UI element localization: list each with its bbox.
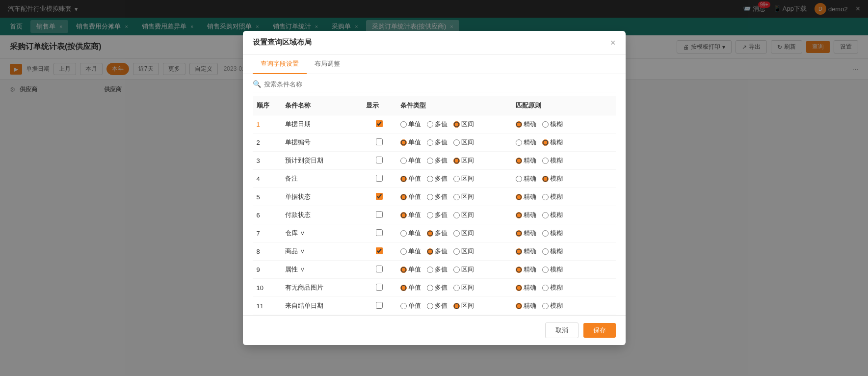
modal-tab-query[interactable]: 查询字段设置 — [253, 54, 307, 74]
modal-close-button[interactable]: × — [610, 38, 616, 47]
row-display — [362, 206, 396, 224]
type-radio-item[interactable]: 多值 — [427, 301, 447, 310]
row-type: 单值多值区间 — [396, 224, 512, 242]
row-type: 单值多值区间 — [396, 170, 512, 188]
type-radio-item[interactable]: 单值 — [400, 120, 421, 129]
type-radio-item[interactable]: 单值 — [400, 138, 421, 147]
search-input[interactable] — [264, 81, 362, 88]
type-radio-item[interactable]: 多值 — [427, 174, 447, 183]
row-match: 精确模糊 — [512, 115, 615, 134]
match-radio-item[interactable]: 精确 — [516, 211, 536, 219]
type-radio-item[interactable]: 区间 — [453, 211, 474, 219]
row-name: 来自结单日期 — [281, 297, 362, 315]
type-radio-item[interactable]: 单值 — [400, 283, 421, 292]
modal-title: 设置查询区域布局 — [253, 38, 312, 47]
display-checkbox[interactable] — [376, 138, 383, 145]
match-radio-item[interactable]: 精确 — [516, 301, 536, 310]
table-row: 2单据编号单值多值区间精确模糊 — [253, 134, 616, 152]
type-radio-item[interactable]: 多值 — [427, 211, 447, 219]
match-radio-item[interactable]: 精确 — [516, 192, 536, 201]
match-radio-item[interactable]: 模糊 — [542, 283, 563, 292]
th-name: 条件名称 — [281, 96, 362, 115]
type-radio-item[interactable]: 单值 — [400, 247, 421, 256]
type-radio-item[interactable]: 区间 — [453, 229, 474, 238]
type-radio-item[interactable]: 单值 — [400, 229, 421, 238]
search-box: 🔍 — [253, 80, 616, 92]
modal-dialog: 设置查询区域布局 × 查询字段设置 布局调整 🔍 顺序 条件名称 显示 — [243, 31, 626, 345]
display-checkbox[interactable] — [376, 266, 383, 272]
match-radio-item[interactable]: 精确 — [516, 247, 536, 256]
match-radio-item[interactable]: 精确 — [516, 138, 536, 147]
row-name: 单据编号 — [281, 134, 362, 152]
type-radio-item[interactable]: 区间 — [453, 265, 474, 274]
match-radio-item[interactable]: 模糊 — [542, 211, 563, 219]
type-radio-item[interactable]: 区间 — [453, 247, 474, 256]
type-radio-item[interactable]: 区间 — [453, 138, 474, 147]
type-radio-item[interactable]: 单值 — [400, 301, 421, 310]
match-radio-item[interactable]: 模糊 — [542, 192, 563, 201]
type-radio-item[interactable]: 单值 — [400, 174, 421, 183]
match-radio-item[interactable]: 模糊 — [542, 301, 563, 310]
row-match: 精确模糊 — [512, 152, 615, 170]
row-order: 11 — [253, 297, 282, 315]
type-radio-item[interactable]: 多值 — [427, 283, 447, 292]
type-radio-item[interactable]: 多值 — [427, 192, 447, 201]
th-type: 条件类型 — [396, 96, 512, 115]
match-radio-item[interactable]: 模糊 — [542, 247, 563, 256]
type-radio-item[interactable]: 多值 — [427, 247, 447, 256]
modal-tab-layout[interactable]: 布局调整 — [307, 54, 348, 74]
row-name: 单据日期 — [281, 115, 362, 134]
match-radio-item[interactable]: 精确 — [516, 156, 536, 165]
display-checkbox[interactable] — [376, 302, 383, 309]
type-radio-item[interactable]: 单值 — [400, 211, 421, 219]
display-checkbox[interactable] — [376, 157, 383, 163]
row-display — [362, 170, 396, 188]
type-radio-item[interactable]: 区间 — [453, 174, 474, 183]
display-checkbox[interactable] — [376, 247, 383, 254]
match-radio-item[interactable]: 精确 — [516, 265, 536, 274]
row-order: 7 — [253, 224, 282, 242]
row-type: 单值多值区间 — [396, 115, 512, 134]
display-checkbox[interactable] — [376, 211, 383, 218]
type-radio-item[interactable]: 区间 — [453, 120, 474, 129]
type-radio-item[interactable]: 单值 — [400, 156, 421, 165]
modal-search-area: 🔍 — [243, 74, 626, 96]
display-checkbox[interactable] — [376, 193, 383, 200]
match-radio-item[interactable]: 模糊 — [542, 174, 563, 183]
row-match: 精确模糊 — [512, 188, 615, 206]
display-checkbox[interactable] — [376, 284, 383, 291]
cancel-button[interactable]: 取消 — [545, 322, 579, 338]
display-checkbox[interactable] — [376, 175, 383, 182]
save-button[interactable]: 保存 — [583, 323, 616, 338]
match-radio-item[interactable]: 精确 — [516, 283, 536, 292]
match-radio-item[interactable]: 精确 — [516, 174, 536, 183]
match-radio-item[interactable]: 精确 — [516, 120, 536, 129]
table-row: 7仓库 ∨单值多值区间精确模糊 — [253, 224, 616, 242]
row-match: 精确模糊 — [512, 261, 615, 279]
match-radio-item[interactable]: 模糊 — [542, 120, 563, 129]
display-checkbox[interactable] — [376, 120, 383, 127]
row-type: 单值多值区间 — [396, 134, 512, 152]
match-radio-item[interactable]: 精确 — [516, 229, 536, 238]
type-radio-item[interactable]: 区间 — [453, 301, 474, 310]
table-row: 10有无商品图片单值多值区间精确模糊 — [253, 279, 616, 297]
match-radio-item[interactable]: 模糊 — [542, 229, 563, 238]
match-radio-item[interactable]: 模糊 — [542, 156, 563, 165]
row-match: 精确模糊 — [512, 224, 615, 242]
modal-overlay: 设置查询区域布局 × 查询字段设置 布局调整 🔍 顺序 条件名称 显示 — [0, 0, 868, 376]
type-radio-item[interactable]: 多值 — [427, 265, 447, 274]
type-radio-item[interactable]: 多值 — [427, 229, 447, 238]
match-radio-item[interactable]: 模糊 — [542, 138, 563, 147]
type-radio-item[interactable]: 多值 — [427, 120, 447, 129]
display-checkbox[interactable] — [376, 229, 383, 236]
type-radio-item[interactable]: 多值 — [427, 156, 447, 165]
type-radio-item[interactable]: 区间 — [453, 283, 474, 292]
type-radio-item[interactable]: 区间 — [453, 192, 474, 201]
row-display — [362, 279, 396, 297]
type-radio-item[interactable]: 区间 — [453, 156, 474, 165]
type-radio-item[interactable]: 单值 — [400, 265, 421, 274]
match-radio-item[interactable]: 模糊 — [542, 265, 563, 274]
row-display — [362, 115, 396, 134]
type-radio-item[interactable]: 单值 — [400, 192, 421, 201]
type-radio-item[interactable]: 多值 — [427, 138, 447, 147]
